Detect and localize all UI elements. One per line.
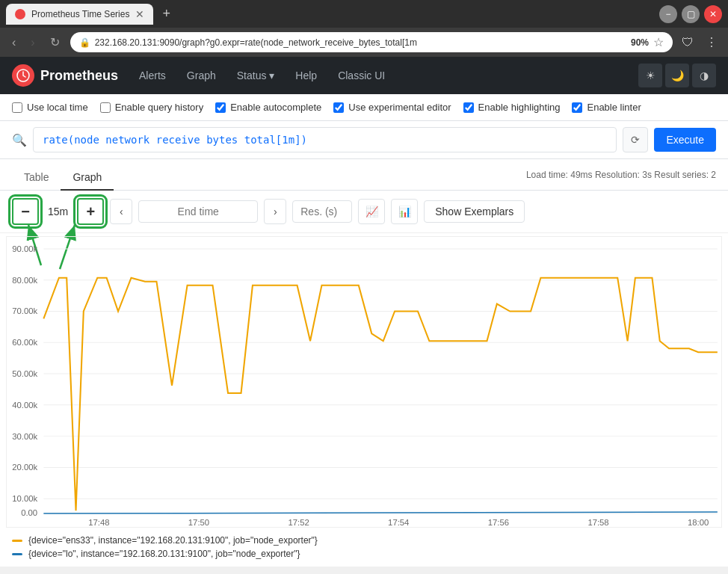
menu-button[interactable]: ⋮ [703,32,721,52]
close-button[interactable]: ✕ [704,5,722,23]
enable-query-history-label[interactable]: Enable query history [100,102,204,113]
zoom-in-button[interactable]: + [77,198,104,225]
use-local-time-checkbox[interactable] [12,102,22,113]
svg-text:17:50: 17:50 [188,518,209,527]
svg-text:17:52: 17:52 [288,518,309,527]
svg-text:20.00k: 20.00k [12,463,37,472]
bookmark-button[interactable]: ☆ [653,35,664,49]
tab-close-icon[interactable]: ✕ [135,8,144,20]
svg-text:40.00k: 40.00k [12,401,37,410]
nav-classic-ui[interactable]: Classic UI [329,64,394,87]
svg-text:50.00k: 50.00k [12,369,37,378]
address-bar-container: 🔒 90% ☆ [70,32,673,52]
tab-meta: Load time: 49ms Resolution: 3s Result se… [526,170,716,186]
resolution-input[interactable] [292,200,352,223]
address-input[interactable] [95,37,626,48]
chart-svg: 90.00k 80.00k 70.00k 60.00k 50.00k 40.00… [7,237,721,527]
back-button[interactable]: ‹ [7,34,20,51]
theme-moon-button[interactable]: 🌙 [665,64,689,87]
execute-button[interactable]: Execute [654,128,716,152]
forward-button[interactable]: › [26,34,39,51]
minimize-button[interactable]: − [659,5,677,23]
maximize-button[interactable]: ▢ [682,5,700,23]
svg-text:17:56: 17:56 [488,518,509,527]
svg-text:10.00k: 10.00k [12,494,37,503]
nav-status[interactable]: Status ▾ [228,64,284,87]
nav-help[interactable]: Help [286,64,326,87]
nav-alerts[interactable]: Alerts [130,64,175,87]
prev-time-button[interactable]: ‹ [110,199,132,224]
nav-graph[interactable]: Graph [178,64,225,87]
svg-text:18:00: 18:00 [688,518,709,527]
svg-text:0.00: 0.00 [21,508,37,517]
enable-highlighting-checkbox[interactable] [463,102,474,113]
extensions-button[interactable]: 🛡 [679,33,697,52]
svg-text:60.00k: 60.00k [12,338,37,347]
zoom-out-button[interactable]: − [12,198,39,225]
legend-color-ens33 [12,540,22,542]
use-experimental-editor-label[interactable]: Use experimental editor [333,102,451,113]
enable-autocomplete-checkbox[interactable] [215,102,226,113]
browser-nav-bar: ‹ › ↻ 🔒 90% ☆ 🛡 ⋮ [0,28,728,57]
enable-linter-checkbox[interactable] [572,102,582,113]
legend-item-lo: {device="lo", instance="192.168.20.131:9… [12,547,716,561]
window-controls: − ▢ ✕ [659,5,722,23]
brand-logo [12,64,34,87]
chart-line-ens33 [43,278,718,510]
tab-favicon [15,9,25,19]
query-bar: 🔍 ⟳ Execute [0,121,728,159]
chart-area: 90.00k 80.00k 70.00k 60.00k 50.00k 40.00… [0,233,728,528]
use-local-time-label[interactable]: Use local time [12,102,88,113]
tabs-bar: Table Graph Load time: 49ms Resolution: … [0,159,728,191]
browser-tab[interactable]: Prometheus Time Series ✕ [6,4,153,25]
query-settings-button[interactable]: ⟳ [623,127,648,152]
lock-icon: 🔒 [79,37,90,48]
end-time-input[interactable] [138,200,258,223]
svg-text:17:48: 17:48 [88,518,109,527]
svg-text:80.00k: 80.00k [12,276,37,285]
svg-text:90.00k: 90.00k [12,244,37,253]
tab-graph[interactable]: Graph [61,165,114,191]
options-bar: Use local time Enable query history Enab… [0,94,728,121]
enable-highlighting-label[interactable]: Enable highlighting [463,102,561,113]
svg-text:70.00k: 70.00k [12,307,37,316]
show-exemplars-button[interactable]: Show Exemplars [424,200,525,223]
theme-auto-button[interactable]: ◑ [692,64,716,87]
enable-linter-label[interactable]: Enable linter [572,102,641,113]
app: Prometheus Alerts Graph Status ▾ Help Cl… [0,57,728,567]
graph-controls: − 15m + ‹ › 📈 📊 Show Exemplars [0,191,728,233]
stacked-chart-button[interactable]: 📊 [391,199,418,224]
zoom-badge[interactable]: 90% [631,37,649,48]
legend: {device="ens33", instance="192.168.20.13… [0,528,728,567]
duration-display: 15m [45,206,71,217]
use-experimental-editor-checkbox[interactable] [333,102,344,113]
refresh-button[interactable]: ↻ [46,34,64,51]
legend-color-lo [12,553,22,555]
svg-text:17:58: 17:58 [587,518,608,527]
svg-text:30.00k: 30.00k [12,432,37,441]
tab-table[interactable]: Table [12,165,61,191]
tab-title: Prometheus Time Series [31,9,129,19]
brand-name: Prometheus [40,68,118,84]
search-icon: 🔍 [12,133,27,147]
enable-autocomplete-label[interactable]: Enable autocomplete [215,102,321,113]
browser-window: Prometheus Time Series ✕ + − ▢ ✕ ‹ › ↻ 🔒… [0,0,728,57]
svg-text:17:54: 17:54 [388,518,409,527]
line-chart-button[interactable]: 📈 [358,199,385,224]
top-nav: Prometheus Alerts Graph Status ▾ Help Cl… [0,57,728,94]
chart-container: 90.00k 80.00k 70.00k 60.00k 50.00k 40.00… [6,236,722,528]
legend-item-ens33: {device="ens33", instance="192.168.20.13… [12,534,716,547]
next-time-button[interactable]: › [264,199,286,224]
enable-query-history-checkbox[interactable] [100,102,111,113]
query-input[interactable] [33,127,617,152]
theme-sun-button[interactable]: ☀ [638,64,662,87]
new-tab-button[interactable]: + [156,3,176,25]
